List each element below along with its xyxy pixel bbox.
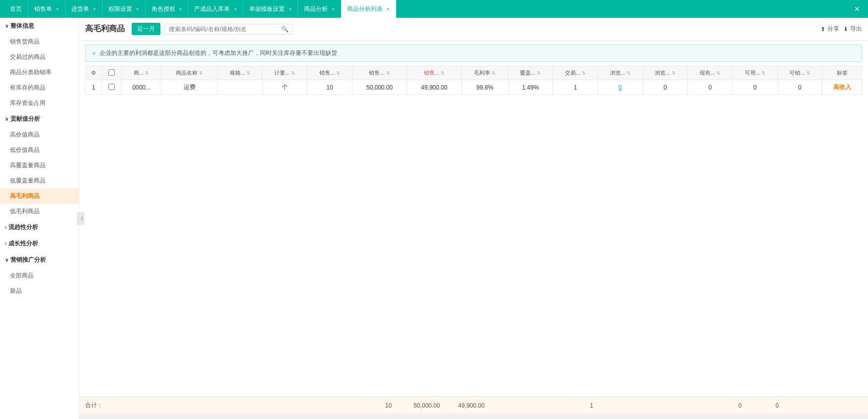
header-actions: ⬆ 分享 ⬇ 导出 — [820, 25, 862, 33]
content-header: 高毛利商品 近一月 🔍 ⬆ 分享 ⬇ 导出 — [79, 18, 868, 41]
sidebar-group-marketing-arrow: ∨ — [5, 257, 8, 263]
col-sales-amount[interactable]: 销售... ⇅ — [352, 66, 407, 80]
col-browse2[interactable]: 浏览... ⇅ — [643, 66, 688, 80]
search-icon[interactable]: 🔍 — [281, 26, 289, 33]
sidebar-group-overall[interactable]: ∨ 整体信息 — [0, 18, 79, 34]
sidebar-group-trend[interactable]: › 流趋性分析 — [0, 219, 79, 235]
sidebar-item-low-margin[interactable]: 低毛利商品 — [0, 204, 79, 219]
nav-tab-sales[interactable]: 销售单 × — [28, 0, 65, 18]
nav-tab-home[interactable]: 首页 — [4, 0, 28, 18]
nav-tab-analysis-list[interactable]: 商品分析列表 × — [341, 0, 396, 18]
col-stock-available[interactable]: 可用... ⇅ — [732, 66, 777, 80]
nav-tab-sales-label: 销售单 — [34, 5, 52, 13]
cell-coverage: 1.49% — [508, 80, 553, 95]
nav-tab-roles[interactable]: 角色授权 × — [146, 0, 189, 18]
sidebar-item-high-value[interactable]: 高价值商品 — [0, 127, 79, 142]
col-sales-qty[interactable]: 销售... ⇅ — [307, 66, 353, 80]
col-name[interactable]: 商品名称 ⇅ — [161, 66, 217, 80]
close-all-tabs-button[interactable]: ✕ — [850, 5, 864, 13]
col-code[interactable]: 商... ⇅ — [121, 66, 161, 80]
data-table: ⚙ 商... ⇅ 商品名称 ⇅ 规格... ⇅ 计量... ⇅ 销售... ⇅ … — [85, 66, 862, 95]
col-browse2-sort-icon: ⇅ — [672, 71, 676, 76]
col-spec-sort-icon: ⇅ — [247, 71, 251, 76]
nav-tab-template-label: 单据模板设置 — [249, 5, 285, 13]
col-stock-saleable-sort-icon: ⇅ — [807, 71, 811, 76]
col-sales-profit[interactable]: 销售... ⇅ — [407, 66, 461, 80]
col-stock-current[interactable]: 现有... ⇅ — [688, 66, 733, 80]
sidebar-item-all-goods[interactable]: 全部商品 — [0, 268, 79, 283]
export-button[interactable]: ⬇ 导出 — [843, 25, 862, 33]
sidebar-item-low-value[interactable]: 低价值商品 — [0, 142, 79, 158]
nav-tab-permissions[interactable]: 权限设置 × — [102, 0, 146, 18]
nav-tab-analysis-list-label: 商品分析列表 — [347, 5, 383, 13]
cell-checkbox[interactable] — [102, 80, 121, 95]
footer-trade: 1 — [573, 402, 610, 409]
sidebar-item-category-sales-rate[interactable]: 商品分类助销率 — [0, 65, 79, 80]
cell-gross-margin: 99.8% — [461, 80, 508, 95]
col-spec[interactable]: 规格... ⇅ — [217, 66, 262, 80]
sidebar-group-growth[interactable]: › 成长性分析 — [0, 235, 79, 252]
nav-tab-roles-close[interactable]: × — [179, 6, 182, 12]
sidebar-item-sales-goods[interactable]: 销售货商品 — [0, 34, 79, 49]
sidebar-item-high-coverage[interactable]: 高覆盖量商品 — [0, 158, 79, 173]
select-all-checkbox[interactable] — [108, 69, 115, 76]
col-coverage-sort-icon: ⇅ — [537, 71, 541, 76]
col-unit[interactable]: 计量... ⇅ — [262, 66, 307, 80]
nav-tab-purchase[interactable]: 进货单 × — [65, 0, 102, 18]
nav-tab-analysis[interactable]: 商品分析 × — [298, 0, 341, 18]
col-gross-margin[interactable]: 毛利率 ⇅ — [461, 66, 508, 80]
nav-tab-permissions-close[interactable]: × — [136, 6, 139, 12]
sidebar-group-trend-arrow: › — [5, 225, 6, 230]
row-checkbox[interactable] — [108, 84, 115, 90]
sidebar-item-traded-goods[interactable]: 交易过的商品 — [0, 49, 79, 65]
cell-browse1[interactable]: 0 — [598, 80, 643, 95]
sidebar-group-growth-arrow: › — [5, 241, 6, 246]
sidebar-item-low-coverage[interactable]: 低覆盖量商品 — [0, 173, 79, 188]
cell-stock-available: 0 — [732, 80, 777, 95]
search-input[interactable] — [169, 26, 279, 33]
info-banner-text: 企业的主要的利润都是这部分商品创造的，可考虑加大推广，同时关注库存量不要出现缺货 — [100, 49, 337, 57]
nav-tab-template[interactable]: 单据模板设置 × — [243, 0, 298, 18]
search-box: 🔍 — [164, 24, 293, 35]
sidebar-item-high-margin[interactable]: 高毛利商品 — [0, 188, 79, 204]
footer-label: 合计： — [85, 401, 372, 410]
sidebar-group-contribution-label: 贡献值分析 — [10, 115, 40, 123]
col-trade[interactable]: 交易... ⇅ — [553, 66, 598, 80]
nav-tab-purchase-close[interactable]: × — [93, 6, 96, 12]
nav-tab-sales-close[interactable]: × — [56, 6, 59, 12]
sidebar-group-overall-arrow: ∨ — [5, 23, 8, 29]
col-coverage[interactable]: 覆盖... ⇅ — [508, 66, 553, 80]
col-browse1[interactable]: 浏览... ⇅ — [598, 66, 643, 80]
nav-tab-analysis-label: 商品分析 — [304, 5, 328, 13]
share-button[interactable]: ⬆ 分享 — [820, 25, 839, 33]
browse1-link[interactable]: 0 — [618, 84, 622, 91]
col-checkbox[interactable] — [102, 66, 121, 80]
sidebar-item-in-stock[interactable]: 有库存的商品 — [0, 80, 79, 95]
nav-tab-product-entry[interactable]: 产成品入库单 × — [188, 0, 243, 18]
cell-sales-profit: 49,900.00 — [407, 80, 461, 95]
nav-tab-product-entry-close[interactable]: × — [234, 6, 237, 12]
col-stock-saleable[interactable]: 可销... ⇅ — [777, 66, 822, 80]
cell-tag: 高收入 — [822, 80, 862, 95]
cell-spec — [217, 80, 262, 95]
sidebar: ∨ 整体信息 销售货商品 交易过的商品 商品分类助销率 有库存的商品 库存资金占… — [0, 18, 79, 419]
col-settings[interactable]: ⚙ — [86, 66, 102, 80]
sidebar-group-marketing[interactable]: ∨ 营销推广分析 — [0, 252, 79, 268]
sidebar-item-stock-funds[interactable]: 库存资金占用 — [0, 95, 79, 111]
nav-tab-analysis-close[interactable]: × — [332, 6, 335, 12]
col-name-sort-icon: ⇅ — [199, 71, 203, 76]
sidebar-group-contribution-arrow: ∨ — [5, 116, 8, 122]
filter-recent-month-button[interactable]: 近一月 — [132, 23, 160, 35]
nav-tab-home-label: 首页 — [10, 5, 22, 13]
bottom-scrollbar[interactable] — [79, 414, 868, 419]
cell-unit: 个 — [262, 80, 307, 95]
sidebar-group-marketing-label: 营销推广分析 — [10, 256, 46, 264]
nav-tab-analysis-list-close[interactable]: × — [387, 6, 390, 12]
sidebar-item-new-goods[interactable]: 新品 — [0, 283, 79, 299]
content-area: 高毛利商品 近一月 🔍 ⬆ 分享 ⬇ 导出 ✧ 企业的主要的利润都是这部分商品创… — [79, 18, 868, 419]
sidebar-group-contribution[interactable]: ∨ 贡献值分析 — [0, 111, 79, 127]
col-sales-amount-sort-icon: ⇅ — [386, 71, 390, 76]
nav-tab-template-close[interactable]: × — [289, 6, 292, 12]
sidebar-collapse-button[interactable]: 《 — [77, 212, 85, 225]
footer-sales-profit: 49,900.00 — [449, 402, 494, 409]
